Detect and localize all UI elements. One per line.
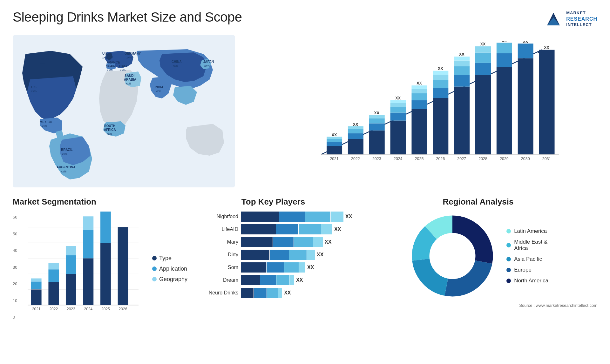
svg-rect-83 [539,50,555,155]
legend-type: Type [152,255,187,262]
players-title: Top Key Players [194,197,353,207]
player-name: Nightfood [194,214,238,219]
segmentation-title: Market Segmentation [13,197,187,207]
player-name: Som [194,265,238,270]
svg-text:2027: 2027 [457,157,466,161]
svg-rect-64 [454,61,470,66]
svg-text:2021: 2021 [32,307,41,311]
legend-middle-east: Middle East &Africa [506,239,548,252]
svg-text:2025: 2025 [101,307,110,311]
italy-label: ITALY [119,64,128,68]
players-container: Top Key Players Nightfood XX LifeAID [194,197,353,337]
svg-rect-63 [454,66,470,75]
player-bar: XX [241,224,353,234]
type-dot [152,256,157,260]
svg-text:2029: 2029 [500,157,509,161]
svg-text:XX: XX [480,42,486,46]
player-row: Dream XX [194,275,353,285]
svg-marker-1 [547,17,560,25]
southafrica-label: SOUTH [104,124,115,128]
svg-text:XX: XX [544,45,549,50]
svg-rect-102 [66,274,76,305]
svg-rect-71 [475,46,491,53]
player-bar: XX [241,275,353,285]
svg-text:2024: 2024 [84,307,93,311]
svg-rect-94 [31,289,42,305]
svg-text:XX: XX [353,122,358,127]
svg-rect-68 [475,75,491,155]
segmentation-container: Market Segmentation 0 10 20 30 40 50 60 [13,197,187,337]
svg-rect-23 [327,142,342,146]
player-row: Mary XX [194,237,353,247]
svg-text:AFRICA: AFRICA [104,128,116,131]
svg-rect-110 [100,243,111,305]
page-title: Sleeping Drinks Market Size and Scope [13,10,242,25]
player-name: Neuro Drinks [194,290,238,296]
svg-rect-47 [411,109,427,155]
svg-rect-49 [411,93,427,100]
svg-rect-80 [518,44,533,58]
svg-text:xx%: xx% [31,90,37,93]
legend-europe: Europe [506,267,548,273]
svg-text:ARABIA: ARABIA [124,78,136,81]
svg-rect-48 [411,100,427,109]
svg-text:xx%: xx% [107,132,112,135]
svg-text:2021: 2021 [330,157,339,161]
player-name: LifeAID [194,226,238,232]
growth-chart-container: XX 2021 XX 2022 XX 2023 [241,35,597,187]
svg-rect-56 [433,80,448,88]
svg-rect-113 [118,227,128,305]
us-label: U.S. [31,85,37,89]
svg-rect-98 [48,282,59,305]
player-row: Nightfood XX [194,212,353,222]
svg-rect-70 [475,53,491,63]
legend-application: Application [152,266,187,272]
svg-rect-65 [454,57,470,60]
svg-rect-104 [66,246,76,255]
top-section: CANADA xx% U.S. xx% MEXICO xx% BRAZIL xx… [13,35,597,187]
seg-svg: 2021 2022 2023 [27,212,143,326]
player-bar: XX [241,237,353,247]
svg-rect-22 [327,146,342,155]
svg-rect-79 [518,58,533,154]
svg-text:2026: 2026 [436,157,445,161]
svg-rect-75 [497,53,512,67]
player-bar: XX [241,262,353,273]
svg-rect-58 [433,71,448,75]
saudi-label: SAUDI [125,74,134,78]
regional-container: Regional Analysis [359,197,597,337]
legend-latin-america: Latin America [506,228,548,234]
logo: MARKET RESEARCH INTELLECT [544,10,597,29]
spain-label: SPAIN [106,64,116,68]
svg-point-120 [431,234,474,278]
svg-text:XX: XX [395,96,401,100]
france-label: FRANCE [107,61,120,64]
brazil-label: BRAZIL [61,148,73,152]
svg-text:xx%: xx% [42,125,47,128]
svg-text:2022: 2022 [351,157,360,161]
svg-rect-43 [390,103,406,107]
mexico-label: MEXICO [40,120,52,124]
svg-text:2024: 2024 [394,157,403,161]
svg-text:2022: 2022 [49,307,58,311]
svg-rect-69 [475,63,491,75]
world-map: CANADA xx% U.S. xx% MEXICO xx% BRAZIL xx… [13,35,235,187]
player-row: Som XX [194,262,353,273]
svg-rect-35 [369,123,385,130]
logo-icon [544,10,563,29]
player-bar: XX [241,288,353,298]
india-label: INDIA [155,85,163,89]
svg-text:xx%: xx% [40,62,45,65]
svg-rect-107 [83,230,94,258]
svg-rect-100 [48,263,59,270]
application-dot [152,266,157,271]
player-row: Neuro Drinks XX [194,288,353,298]
player-name: Dream [194,277,238,283]
svg-text:xx%: xx% [156,90,161,93]
svg-rect-36 [369,118,385,123]
player-bar: XX [241,250,353,260]
regional-legend: Latin America Middle East &Africa Asia P… [506,228,548,284]
svg-rect-96 [31,279,42,282]
japan-label: JAPAN [203,60,214,64]
svg-text:2031: 2031 [542,157,551,161]
